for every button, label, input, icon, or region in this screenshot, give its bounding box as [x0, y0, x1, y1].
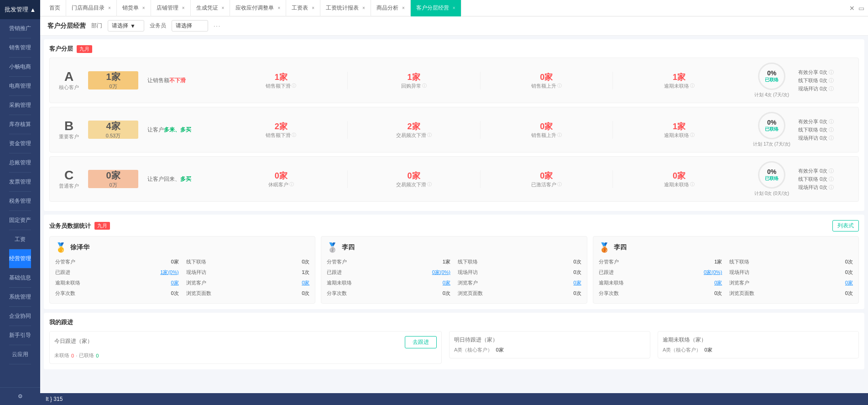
sales-stats-grid: 分管客户 1家 线下联络 0次 已跟进 0家(0%) 现场拜访 0次 逾期未联络… — [599, 258, 853, 298]
tier-count-box-C: 0家 0万 — [88, 170, 138, 188]
tier-stat: 1家 销售额下滑 ⓘ — [215, 72, 348, 89]
tier-circle-A: 0% 已联络 计划 4次 (7天/次) — [749, 63, 795, 98]
sidebar-item-资金管理[interactable]: 资金管理 — [9, 134, 31, 153]
tiers-title: 客户分层 — [49, 45, 73, 53]
followup-content: 今日跟进（家） 去跟进 未联络 0 · 已联络 0 — [49, 331, 859, 364]
sales-stat-row: 分管客户 1家 — [327, 258, 450, 266]
sidebar-item-基础信息[interactable]: 基础信息 — [9, 268, 31, 288]
tab-工资表[interactable]: 工资表× — [286, 0, 320, 16]
tier-row-C: C 普通客户 0家 0万 让客户回来、多买 0家 休眠客户 ⓘ 0家 交易频次下… — [49, 156, 859, 202]
tab-close-生成凭证[interactable]: × — [222, 5, 225, 11]
sidebar-item-税务管理[interactable]: 税务管理 — [9, 192, 31, 211]
sidebar-item-采购管理[interactable]: 采购管理 — [9, 96, 31, 115]
sidebar-item-经营管理[interactable]: 经营管理 — [9, 249, 31, 268]
sidebar-item-固定资产[interactable]: 固定资产 — [9, 211, 31, 230]
sales-card-header-2: 🥉 李四 — [599, 242, 853, 253]
biz-header: 业务员数据统计 九月 列表式 — [49, 220, 859, 231]
more-options[interactable]: ··· — [214, 23, 221, 29]
tab-close-应收应付调整单[interactable]: × — [277, 5, 280, 11]
medal-icon-1: 🥈 — [327, 242, 338, 253]
today-followup-stats: 未联络 0 · 已联络 0 — [54, 352, 437, 359]
sales-grid: 🥇 徐泽华 分管客户 0家 线下联络 0次 已跟进 1家(0%) 现场拜访 1次 — [49, 236, 859, 304]
sidebar-item-工资[interactable]: 工资 — [9, 230, 31, 249]
medal-icon-2: 🥉 — [599, 242, 610, 253]
tier-stats-B: 2家 销售额下滑 ⓘ 2家 交易频次下滑 ⓘ 0家 销售额上升 ⓘ 1家 逾期未… — [215, 121, 745, 139]
tab-工资统计报表[interactable]: 工资统计报表× — [320, 0, 371, 16]
sidebar-item-云应用[interactable]: 云应用 — [9, 345, 31, 364]
page-title: 客户分层经营 — [47, 22, 86, 30]
sales-stat-row: 已跟进 0家(0%) — [599, 268, 722, 277]
goto-followup-button[interactable]: 去跟进 — [405, 336, 437, 348]
tier-row-A: A 核心客户 1家 0万 让销售额不下滑 1家 销售额下滑 ⓘ 1家 回购异常 … — [49, 58, 859, 103]
tab-bar: 首页门店商品目录×销货单×店铺管理×生成凭证×应收应付调整单×工资表×工资统计报… — [40, 0, 868, 16]
dept-select[interactable]: 请选择 ▼ — [108, 20, 144, 32]
tier-stat: 1家 回购异常 ⓘ — [348, 72, 481, 89]
sidebar-item-销售管理[interactable]: 销售管理 — [9, 38, 31, 58]
tab-应收应付调整单[interactable]: 应收应付调整单× — [230, 0, 286, 16]
overdue-content: A类（核心客户） 0家 — [663, 347, 854, 353]
tab-close-商品分析[interactable]: × — [402, 5, 405, 11]
sales-stat-row: 浏览客户 0家 — [729, 279, 853, 287]
tab-close-工资统计报表[interactable]: × — [362, 5, 365, 11]
settings-icon[interactable]: ⚙ — [0, 387, 40, 405]
sales-stat-row: 逾期未联络 0家 — [599, 279, 722, 287]
tab-商品分析[interactable]: 商品分析× — [371, 0, 411, 16]
sales-stat-row: 浏览页面数 0次 — [729, 289, 853, 298]
tier-stats-C: 0家 休眠客户 ⓘ 0家 交易频次下滑 ⓘ 0家 已激活客户 ⓘ 0家 逾期未联… — [215, 170, 745, 188]
sales-person-name-2: 李四 — [614, 243, 627, 252]
followup-header: 我的跟进 — [49, 318, 859, 326]
tab-actions: ✕ ▭ — [849, 5, 864, 12]
sales-select[interactable]: 请选择 — [172, 20, 208, 32]
tab-close-工资表[interactable]: × — [312, 5, 314, 11]
filter-bar: 客户分层经营 部门 请选择 ▼ 业务员 请选择 ··· — [40, 16, 868, 36]
tab-销货单[interactable]: 销货单× — [117, 0, 151, 16]
sidebar-item-系统管理[interactable]: 系统管理 — [9, 288, 31, 307]
sales-card-2: 🥉 李四 分管客户 1家 线下联络 0次 已跟进 0家(0%) 现场拜访 0次 — [593, 236, 859, 304]
tab-close-销货单[interactable]: × — [142, 5, 145, 11]
sidebar-logo-text: 批发管理 — [5, 5, 28, 14]
sidebar-item-总账管理[interactable]: 总账管理 — [9, 153, 31, 173]
tab-next-icon[interactable]: ▭ — [858, 5, 864, 12]
sales-stat-row: 已跟进 0家(0%) — [327, 268, 450, 277]
sidebar-nav: 营销推广销售管理小畅电商电商管理采购管理库存核算资金管理总账管理发票管理税务管理… — [9, 19, 31, 364]
list-view-button[interactable]: 列表式 — [832, 220, 859, 231]
sidebar-item-企业协同[interactable]: 企业协同 — [9, 307, 31, 326]
tier-stat: 0家 销售额上升 ⓘ — [481, 72, 613, 89]
sidebar-item-发票管理[interactable]: 发票管理 — [9, 173, 31, 192]
sidebar-item-小畅电商[interactable]: 小畅电商 — [9, 58, 31, 77]
customer-tiers-section: 客户分层 九月 A 核心客户 1家 0万 让销售额不下滑 1家 销售额下滑 ⓘ … — [44, 39, 864, 211]
tab-店铺管理[interactable]: 店铺管理× — [151, 0, 191, 16]
bottom-bar-text: It } 315 — [46, 396, 63, 402]
sales-stats-grid: 分管客户 0家 线下联络 0次 已跟进 1家(0%) 现场拜访 1次 逾期未联络… — [55, 258, 309, 298]
tier-right-stat: 有效分享 0次 ⓘ — [798, 168, 853, 174]
tier-stat: 0家 逾期未联络 ⓘ — [613, 170, 745, 188]
sidebar: 批发管理 ▲ 营销推广销售管理小畅电商电商管理采购管理库存核算资金管理总账管理发… — [0, 0, 40, 405]
tab-close-店铺管理[interactable]: × — [182, 5, 185, 11]
tier-right-stat: 现场拜访 0次 ⓘ — [798, 184, 853, 191]
tier-label-A: A 核心客户 — [55, 70, 83, 91]
tab-close-门店商品目录[interactable]: × — [108, 5, 111, 11]
tab-close-客户分层经营[interactable]: × — [453, 5, 455, 11]
main-area: 首页门店商品目录×销货单×店铺管理×生成凭证×应收应付调整单×工资表×工资统计报… — [40, 0, 868, 405]
sidebar-item-营销推广[interactable]: 营销推广 — [9, 19, 31, 38]
sidebar-logo[interactable]: 批发管理 ▲ — [0, 0, 40, 19]
tier-right-stat: 线下联络 0次 ⓘ — [798, 126, 853, 133]
tiers-header: 客户分层 九月 — [49, 45, 859, 53]
tab-生成凭证[interactable]: 生成凭证× — [191, 0, 230, 16]
tier-circle-B: 0% 已联络 计划 17次 (7天/次) — [749, 112, 795, 147]
tab-门店商品目录[interactable]: 门店商品目录× — [66, 0, 117, 16]
sidebar-expand-icon[interactable]: ▲ — [30, 6, 36, 13]
sidebar-item-新手引导[interactable]: 新手引导 — [9, 326, 31, 345]
tab-首页[interactable]: 首页 — [44, 0, 66, 16]
tomorrow-a-val: 0家 — [496, 347, 503, 352]
tier-right-stat: 现场拜访 0次 ⓘ — [798, 85, 853, 92]
medal-icon-0: 🥇 — [55, 242, 67, 253]
today-core-label: 未联络 — [54, 352, 69, 359]
sidebar-item-电商管理[interactable]: 电商管理 — [9, 77, 31, 96]
tier-row-B: B 重要客户 4家 0.53万 让客户多来、多买 2家 销售额下滑 ⓘ 2家 交… — [49, 107, 859, 153]
tab-客户分层经营[interactable]: 客户分层经营× — [411, 0, 461, 16]
sidebar-item-库存核算[interactable]: 库存核算 — [9, 115, 31, 134]
tab-prev-icon[interactable]: ✕ — [849, 5, 855, 12]
today-core-linked-label: 已联络 — [79, 352, 94, 359]
sales-card-0: 🥇 徐泽华 分管客户 0家 线下联络 0次 已跟进 1家(0%) 现场拜访 1次 — [49, 236, 315, 304]
